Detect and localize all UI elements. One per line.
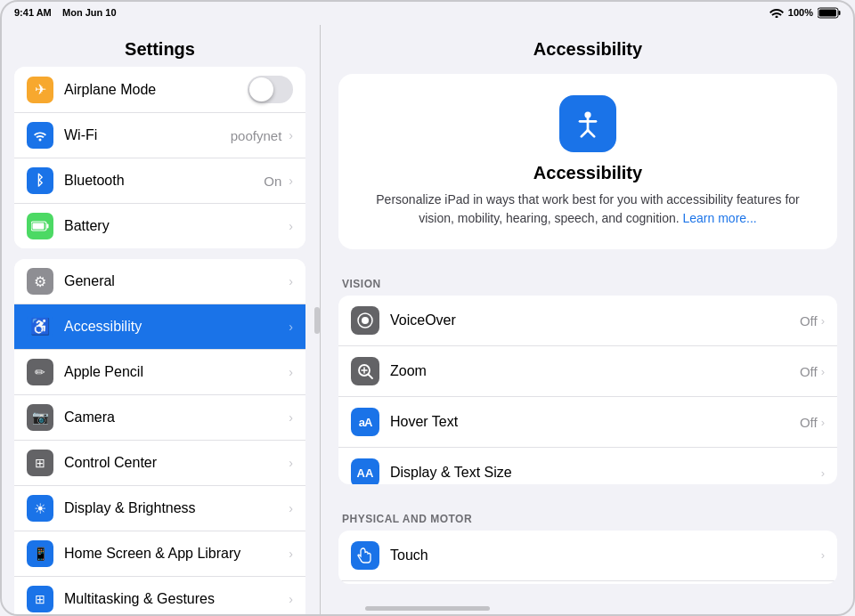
control-center-chevron: › <box>289 456 293 470</box>
display-chevron: › <box>289 501 293 515</box>
sidebar-item-control-center[interactable]: ⊞ Control Center › <box>14 441 305 486</box>
wifi-label: Wi-Fi <box>64 127 231 143</box>
accessibility-hero-card: Accessibility Personalize iPad in ways t… <box>338 74 837 249</box>
sidebar-item-accessibility[interactable]: ♿ Accessibility › <box>14 304 305 350</box>
wifi-settings-icon <box>27 122 53 149</box>
accessibility-label: Accessibility <box>64 319 285 335</box>
physical-motor-section-header: PHYSICAL AND MOTOR <box>338 506 837 531</box>
list-item-zoom[interactable]: Zoom Off › <box>338 346 837 397</box>
display-text-size-label: Display & Text Size <box>390 465 821 481</box>
multitasking-chevron: › <box>289 592 293 606</box>
hero-title: Accessibility <box>367 163 809 183</box>
bluetooth-icon: ᛒ <box>27 167 53 194</box>
general-label: General <box>64 273 285 289</box>
status-right: 100% <box>770 7 841 19</box>
voiceover-label: VoiceOver <box>390 312 800 328</box>
hero-description: Personalize iPad in ways that work best … <box>367 190 809 228</box>
accessibility-chevron: › <box>289 320 293 334</box>
vision-settings-list: VoiceOver Off › Zoom Off › <box>338 296 837 484</box>
svg-line-9 <box>582 130 588 136</box>
home-screen-label: Home Screen & App Library <box>64 546 285 562</box>
sidebar-scroll: ✈ Airplane Mode Wi-Fi poofynet <box>0 67 320 616</box>
list-item-display-text-size[interactable]: AA Display & Text Size › <box>338 448 837 484</box>
display-text-size-chevron: › <box>821 466 825 480</box>
camera-label: Camera <box>64 409 285 426</box>
home-screen-chevron: › <box>289 547 293 561</box>
svg-rect-5 <box>33 223 45 230</box>
list-item-hover-text[interactable]: aA Hover Text Off › <box>338 397 837 448</box>
apple-pencil-label: Apple Pencil <box>64 364 285 380</box>
main-container: Settings ✈ Airplane Mode <box>0 25 855 616</box>
list-item-switch-control[interactable]: Switch Control Off › <box>338 581 837 584</box>
wifi-chevron: › <box>289 128 293 142</box>
general-icon: ⚙ <box>27 268 53 295</box>
general-chevron: › <box>289 274 293 288</box>
zoom-value: Off <box>800 364 818 379</box>
battery-settings-icon <box>27 213 53 239</box>
touch-icon <box>351 541 379 570</box>
hover-text-label: Hover Text <box>390 414 800 430</box>
touch-label: Touch <box>390 547 821 563</box>
bluetooth-label: Bluetooth <box>64 173 264 189</box>
control-center-icon: ⊞ <box>27 450 53 476</box>
accessibility-hero-icon <box>559 95 616 152</box>
voiceover-icon <box>351 306 379 335</box>
svg-point-12 <box>362 317 369 324</box>
voiceover-value: Off <box>800 313 818 328</box>
sidebar-item-multitasking[interactable]: ⊞ Multitasking & Gestures › <box>14 577 305 616</box>
sidebar-title: Settings <box>0 25 320 67</box>
sidebar-item-battery[interactable]: Battery › <box>14 204 305 248</box>
zoom-chevron: › <box>821 365 825 378</box>
zoom-label: Zoom <box>390 363 800 379</box>
sidebar-item-apple-pencil[interactable]: ✏ Apple Pencil › <box>14 350 305 395</box>
display-text-size-icon: AA <box>351 458 379 484</box>
svg-line-14 <box>369 375 373 379</box>
list-item-touch[interactable]: Touch › <box>338 531 837 581</box>
camera-icon: 📷 <box>27 404 53 431</box>
status-time: 9:41 AM Mon Jun 10 <box>14 7 117 18</box>
accessibility-sidebar-icon: ♿ <box>27 313 53 340</box>
svg-line-10 <box>588 130 594 136</box>
physical-motor-settings-list: Touch › Switch Control Off › <box>338 531 837 584</box>
control-center-label: Control Center <box>64 455 285 471</box>
list-item-voiceover[interactable]: VoiceOver Off › <box>338 296 837 346</box>
apple-pencil-icon: ✏ <box>27 359 53 385</box>
camera-chevron: › <box>289 410 293 425</box>
sidebar-item-wifi[interactable]: Wi-Fi poofynet › <box>14 113 305 158</box>
status-bar: 9:41 AM Mon Jun 10 100% <box>0 0 855 25</box>
airplane-toggle[interactable] <box>248 76 293 103</box>
bluetooth-value: On <box>264 174 281 189</box>
home-indicator <box>365 606 490 611</box>
vision-section-header: VISION <box>338 271 837 296</box>
wifi-icon <box>770 7 784 18</box>
right-panel-title: Accessibility <box>338 39 837 60</box>
settings-group-connectivity: ✈ Airplane Mode Wi-Fi poofynet <box>14 67 305 248</box>
airplane-icon: ✈ <box>27 77 53 103</box>
hover-text-chevron: › <box>821 416 825 429</box>
sidebar-item-camera[interactable]: 📷 Camera › <box>14 395 305 441</box>
sidebar-item-display[interactable]: ☀ Display & Brightness › <box>14 486 305 531</box>
time-text: 9:41 AM <box>14 7 52 18</box>
learn-more-link[interactable]: Learn more... <box>682 211 756 225</box>
svg-rect-2 <box>819 9 837 16</box>
settings-group-device: ⚙ General › ♿ Accessibility › ✏ Apple Pe… <box>14 259 305 616</box>
home-screen-icon: 📱 <box>27 540 53 567</box>
sidebar-item-bluetooth[interactable]: ᛒ Bluetooth On › <box>14 158 305 204</box>
sidebar: Settings ✈ Airplane Mode <box>0 25 321 616</box>
battery-icon <box>818 7 841 19</box>
svg-rect-4 <box>47 224 49 229</box>
battery-label: Battery <box>64 218 285 234</box>
multitasking-icon: ⊞ <box>27 586 53 612</box>
touch-chevron: › <box>821 548 825 562</box>
svg-rect-1 <box>839 11 841 15</box>
hover-text-icon: aA <box>351 408 379 436</box>
sidebar-item-home-screen[interactable]: 📱 Home Screen & App Library › <box>14 531 305 577</box>
sidebar-item-general[interactable]: ⚙ General › <box>14 259 305 304</box>
battery-chevron: › <box>289 219 293 233</box>
sidebar-item-airplane-mode[interactable]: ✈ Airplane Mode <box>14 67 305 113</box>
wifi-value: poofynet <box>231 128 282 143</box>
right-panel: Accessibility Accessibility Personalize … <box>321 25 855 616</box>
date-text: Mon Jun 10 <box>62 7 117 18</box>
airplane-label: Airplane Mode <box>64 82 248 98</box>
multitasking-label: Multitasking & Gestures <box>64 591 285 607</box>
